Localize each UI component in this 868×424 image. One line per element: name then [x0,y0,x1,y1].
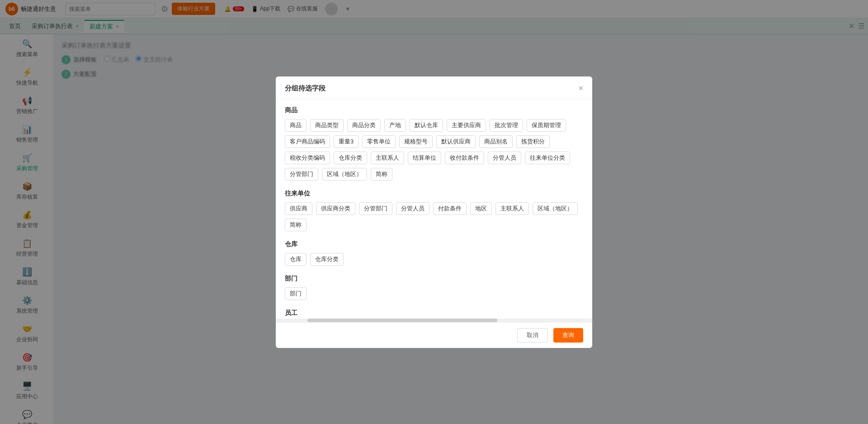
tag-goods-19[interactable]: 收付款条件 [445,152,484,164]
tag-goods-7[interactable]: 保质期管理 [527,119,566,132]
section-warehouse-tags: 仓库 仓库分类 [285,253,583,266]
tag-goods-23[interactable]: 区域（地区） [322,168,367,181]
tag-partner-1[interactable]: 供应商分类 [316,202,355,215]
tag-partner-4[interactable]: 付款条件 [433,202,467,215]
section-partner: 往来单位 供应商 供应商分类 分管部门 分管人员 付款条件 地区 主联系人 区域… [285,190,583,231]
tag-goods-24[interactable]: 简称 [371,168,392,181]
tag-goods-1[interactable]: 商品类型 [310,119,344,132]
tag-partner-8[interactable]: 简称 [285,219,307,231]
field-select-modal: 分组待选字段 × 商品 商品 商品类型 商品分类 产地 默认仓库 主要供应商 批… [276,76,592,348]
section-partner-title: 往来单位 [285,190,583,198]
section-department: 部门 部门 [285,275,583,300]
tag-goods-2[interactable]: 商品分类 [347,119,381,132]
section-staff-title: 员工 [285,309,583,317]
section-goods-title: 商品 [285,106,583,114]
tag-goods-11[interactable]: 规格型号 [399,135,433,148]
section-warehouse-title: 仓库 [285,240,583,248]
cancel-button[interactable]: 取消 [517,328,548,343]
section-goods: 商品 商品 商品类型 商品分类 产地 默认仓库 主要供应商 批次管理 保质期管理… [285,106,583,181]
tag-goods-18[interactable]: 结算单位 [408,152,441,164]
tag-goods-16[interactable]: 仓库分类 [334,152,367,164]
tag-goods-20[interactable]: 分管人员 [488,152,521,164]
tag-department-0[interactable]: 部门 [285,287,307,300]
tag-goods-15[interactable]: 税收分类编码 [285,152,330,164]
tag-goods-12[interactable]: 默认供应商 [436,135,476,148]
section-partner-tags: 供应商 供应商分类 分管部门 分管人员 付款条件 地区 主联系人 区域（地区） … [285,202,583,231]
confirm-button[interactable]: 查询 [553,328,583,343]
tag-partner-3[interactable]: 分管人员 [396,202,429,215]
tag-goods-6[interactable]: 批次管理 [490,119,523,132]
tag-warehouse-1[interactable]: 仓库分类 [310,253,344,266]
tag-warehouse-0[interactable]: 仓库 [285,253,307,266]
tag-partner-6[interactable]: 主联系人 [495,202,529,215]
modal-title: 分组待选字段 [285,84,326,93]
tag-goods-9[interactable]: 重量3 [334,135,359,148]
tag-goods-13[interactable]: 商品别名 [479,135,513,148]
tag-goods-0[interactable]: 商品 [285,119,307,132]
tag-goods-17[interactable]: 主联系人 [371,152,404,164]
section-staff: 员工 业务员 [285,309,583,319]
tag-goods-21[interactable]: 往来单位分类 [525,152,570,164]
tag-partner-5[interactable]: 地区 [470,202,492,215]
tag-partner-2[interactable]: 分管部门 [359,202,392,215]
tag-goods-10[interactable]: 零售单位 [362,135,396,148]
modal-overlay[interactable]: 分组待选字段 × 商品 商品 商品类型 商品分类 产地 默认仓库 主要供应商 批… [0,0,868,424]
modal-close-btn[interactable]: × [578,84,583,93]
tag-goods-4[interactable]: 默认仓库 [410,119,443,132]
tag-goods-3[interactable]: 产地 [384,119,406,132]
tag-partner-7[interactable]: 区域（地区） [533,202,578,215]
section-department-tags: 部门 [285,287,583,300]
modal-header: 分组待选字段 × [276,76,592,99]
modal-footer: 取消 查询 [276,322,592,348]
scrollbar-thumb [307,319,497,322]
tag-goods-5[interactable]: 主要供应商 [447,119,486,132]
tag-goods-8[interactable]: 客户商品编码 [285,135,330,148]
tag-partner-0[interactable]: 供应商 [285,202,312,215]
tag-goods-22[interactable]: 分管部门 [285,168,318,181]
section-warehouse: 仓库 仓库 仓库分类 [285,240,583,266]
modal-body: 商品 商品 商品类型 商品分类 产地 默认仓库 主要供应商 批次管理 保质期管理… [276,99,592,319]
section-goods-tags: 商品 商品类型 商品分类 产地 默认仓库 主要供应商 批次管理 保质期管理 客户… [285,119,583,181]
tag-goods-14[interactable]: 拣货积分 [516,135,550,148]
horizontal-scrollbar[interactable] [276,319,592,322]
section-department-title: 部门 [285,275,583,283]
